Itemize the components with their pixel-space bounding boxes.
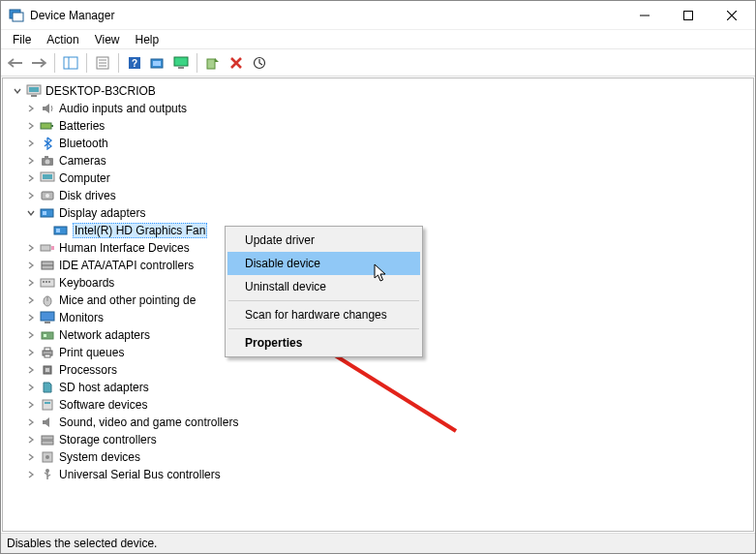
toolbar-show-hide-button[interactable]: [60, 52, 81, 74]
tree-node-batteries[interactable]: Batteries: [22, 117, 753, 135]
tree-node-processors[interactable]: Processors: [22, 361, 753, 379]
menu-help[interactable]: Help: [128, 31, 167, 48]
chevron-right-icon[interactable]: [24, 433, 38, 446]
toolbar-update-driver-button[interactable]: [202, 52, 224, 74]
chevron-right-icon[interactable]: [24, 468, 38, 481]
svg-rect-41: [43, 281, 45, 283]
tree-node-label: Sound, video and game controllers: [59, 416, 238, 429]
chevron-right-icon[interactable]: [24, 293, 38, 307]
svg-point-26: [45, 160, 50, 165]
svg-rect-16: [174, 57, 188, 66]
tree-node-usb[interactable]: Universal Serial Bus controllers: [22, 466, 753, 483]
svg-rect-52: [45, 354, 50, 357]
svg-rect-6: [64, 57, 77, 69]
tree-node-sdhost[interactable]: SD host adapters: [22, 379, 753, 396]
system-icon: [40, 449, 55, 465]
svg-rect-24: [51, 125, 53, 127]
chevron-right-icon[interactable]: [24, 346, 38, 359]
context-menu-update-driver[interactable]: Update driver: [227, 229, 420, 252]
chevron-right-icon[interactable]: [24, 102, 38, 115]
disk-icon: [40, 188, 55, 203]
chevron-right-icon[interactable]: [24, 450, 38, 464]
menu-view[interactable]: View: [87, 31, 128, 48]
usb-icon: [40, 467, 55, 482]
tree-node-computer[interactable]: Computer: [22, 169, 753, 187]
chevron-right-icon[interactable]: [24, 189, 38, 202]
battery-icon: [40, 118, 55, 134]
toolbar-properties-button[interactable]: [92, 52, 113, 74]
toolbar-back-button[interactable]: [5, 52, 26, 74]
toolbar-forward-button[interactable]: [28, 52, 49, 74]
toolbar-disable-button[interactable]: [249, 52, 270, 74]
maximize-button[interactable]: [666, 1, 710, 29]
chevron-right-icon[interactable]: [24, 171, 38, 185]
toolbar-uninstall-button[interactable]: [226, 52, 247, 74]
chevron-right-icon[interactable]: [24, 137, 38, 150]
chevron-right-icon[interactable]: [24, 154, 38, 168]
svg-rect-21: [29, 87, 39, 92]
svg-rect-56: [45, 402, 50, 404]
svg-rect-37: [51, 246, 54, 250]
tree-node-software[interactable]: Software devices: [22, 396, 753, 414]
chevron-right-icon[interactable]: [24, 381, 38, 394]
svg-rect-3: [683, 11, 692, 19]
tree-node-display[interactable]: Display adapters: [22, 204, 753, 222]
sound-icon: [40, 415, 55, 430]
tree-node-label: Batteries: [59, 119, 105, 133]
tree-node-label: Monitors: [59, 311, 104, 324]
bluetooth-icon: [40, 136, 55, 151]
menu-file[interactable]: File: [5, 31, 39, 48]
minimize-button[interactable]: [622, 1, 666, 29]
chevron-down-icon[interactable]: [24, 206, 38, 220]
chevron-right-icon[interactable]: [24, 259, 38, 272]
svg-rect-23: [41, 123, 51, 129]
tree-node-label: Bluetooth: [59, 137, 108, 150]
chevron-right-icon[interactable]: [24, 363, 38, 377]
chevron-right-icon[interactable]: [24, 241, 38, 255]
svg-rect-43: [48, 281, 50, 283]
context-menu-disable-device[interactable]: Disable device: [227, 252, 420, 275]
menu-action[interactable]: Action: [39, 31, 86, 48]
tree-node-cameras[interactable]: Cameras: [22, 152, 753, 169]
tree-node-audio[interactable]: Audio inputs and outputs: [22, 100, 753, 117]
svg-rect-55: [43, 400, 52, 410]
svg-rect-27: [45, 156, 48, 158]
tree-node-disk[interactable]: Disk drives: [22, 187, 753, 204]
display-adapter-icon: [40, 205, 55, 221]
chevron-right-icon[interactable]: [24, 416, 38, 429]
tree-node-bluetooth[interactable]: Bluetooth: [22, 135, 753, 152]
tree-root-node[interactable]: DESKTOP-B3CRIOB: [9, 82, 753, 100]
chevron-right-icon[interactable]: [24, 276, 38, 290]
toolbar-separator: [54, 53, 55, 73]
tree-node-label: Software devices: [59, 398, 147, 412]
tree-node-storage[interactable]: Storage controllers: [22, 431, 753, 448]
chevron-right-icon[interactable]: [24, 119, 38, 133]
chevron-right-icon[interactable]: [24, 328, 38, 342]
chevron-down-icon[interactable]: [11, 84, 24, 98]
toolbar-help-button[interactable]: ?: [124, 52, 145, 74]
tree-node-sound[interactable]: Sound, video and game controllers: [22, 414, 753, 431]
toolbar-scan-button[interactable]: [147, 52, 168, 74]
tree-node-label: Processors: [59, 363, 117, 377]
context-menu-uninstall-device[interactable]: Uninstall device: [227, 275, 420, 298]
svg-rect-49: [44, 334, 46, 337]
close-button[interactable]: [710, 1, 753, 29]
svg-point-31: [45, 194, 49, 198]
svg-rect-51: [45, 348, 50, 351]
tree-node-label: Cameras: [59, 154, 106, 168]
chevron-right-icon[interactable]: [24, 311, 38, 324]
toolbar-separator: [86, 53, 87, 73]
tree-node-system[interactable]: System devices: [22, 448, 753, 466]
speaker-icon: [40, 101, 55, 116]
context-menu-scan-hardware[interactable]: Scan for hardware changes: [227, 303, 420, 326]
network-icon: [40, 327, 55, 343]
display-adapter-icon: [53, 223, 69, 238]
tree-node-label: Storage controllers: [59, 433, 157, 446]
context-menu-properties[interactable]: Properties: [227, 331, 420, 354]
svg-rect-33: [43, 211, 46, 215]
chevron-right-icon[interactable]: [24, 398, 38, 412]
tree-node-label: Print queues: [59, 346, 124, 359]
toolbar-monitor-button[interactable]: [170, 52, 192, 74]
tree-node-label: IDE ATA/ATAPI controllers: [59, 259, 194, 272]
tree-node-label: Universal Serial Bus controllers: [59, 468, 221, 481]
